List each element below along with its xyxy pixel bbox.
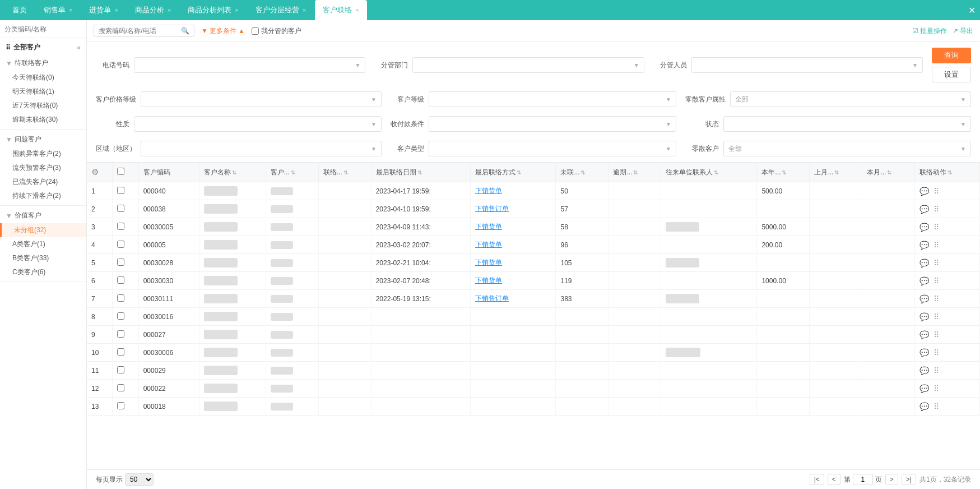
- tab-close-icon-1[interactable]: ×: [69, 7, 72, 13]
- sidebar-sub-item-1-0[interactable]: 囤购异常客户(2): [0, 147, 86, 161]
- last-method-link-2[interactable]: 下销货单: [475, 223, 502, 230]
- query-button[interactable]: 查询: [932, 48, 971, 63]
- last-method-link-0[interactable]: 下销货单: [475, 187, 502, 195]
- tab-close-icon-6[interactable]: ×: [355, 7, 359, 13]
- col-header-8[interactable]: 未联...⇅: [556, 163, 609, 182]
- row-select-10[interactable]: [117, 366, 124, 373]
- last-page-btn[interactable]: >|: [902, 474, 916, 485]
- row-last-method-5[interactable]: 下销货单: [470, 272, 556, 290]
- row-last-method-6[interactable]: 下销售订单: [470, 290, 556, 308]
- tab-close-icon-4[interactable]: ×: [235, 7, 238, 13]
- row-checkbox-0[interactable]: [113, 182, 138, 200]
- grid-action-icon-8[interactable]: ⠿: [933, 330, 939, 339]
- tab-item-4[interactable]: 商品分析列表×: [180, 0, 246, 20]
- grid-action-icon-5[interactable]: ⠿: [933, 276, 939, 285]
- reset-button[interactable]: 设置: [932, 67, 971, 82]
- sidebar-sub-item-0-2[interactable]: 近7天待联络(0): [0, 99, 86, 113]
- row-last-method-2[interactable]: 下销货单: [470, 218, 556, 236]
- row-select-7[interactable]: [117, 312, 124, 320]
- adv-field-input-0-2[interactable]: ▼: [691, 57, 923, 73]
- grid-action-icon-11[interactable]: ⠿: [933, 384, 939, 393]
- comment-icon-2[interactable]: 💬: [919, 223, 929, 232]
- grid-action-icon-6[interactable]: ⠿: [933, 294, 939, 303]
- tab-close-icon-2[interactable]: ×: [114, 7, 118, 13]
- row-checkbox-3[interactable]: [113, 236, 138, 254]
- select-all-checkbox[interactable]: [117, 168, 124, 175]
- next-page-btn[interactable]: >: [885, 474, 898, 485]
- adv-field-input-0-0[interactable]: ▼: [134, 57, 365, 73]
- row-last-method-3[interactable]: 下销货单: [470, 236, 556, 254]
- row-select-3[interactable]: [117, 241, 124, 248]
- row-checkbox-12[interactable]: [113, 398, 138, 416]
- comment-icon-10[interactable]: 💬: [919, 366, 929, 375]
- adv-field-input-3-2[interactable]: 全部▼: [723, 141, 971, 156]
- comment-icon-0[interactable]: 💬: [919, 187, 929, 196]
- adv-field-input-3-1[interactable]: ▼: [429, 141, 676, 156]
- col-header-11[interactable]: 本年...⇅: [757, 163, 810, 182]
- row-actions-4[interactable]: 💬 ⠿: [915, 254, 980, 272]
- tab-item-1[interactable]: 销售单×: [36, 0, 80, 20]
- last-method-link-5[interactable]: 下销货单: [475, 276, 502, 284]
- row-select-0[interactable]: [117, 187, 124, 194]
- tab-item-2[interactable]: 进货单×: [81, 0, 126, 20]
- col-header-12[interactable]: 上月...⇅: [810, 163, 862, 182]
- row-checkbox-9[interactable]: [113, 344, 138, 362]
- row-select-6[interactable]: [117, 294, 124, 302]
- row-actions-5[interactable]: 💬 ⠿: [915, 272, 980, 290]
- first-page-btn[interactable]: |<: [810, 474, 824, 485]
- row-select-5[interactable]: [117, 276, 124, 284]
- sidebar-sub-item-1-1[interactable]: 流失预警客户(3): [0, 161, 86, 175]
- adv-field-input-1-2[interactable]: 全部▼: [730, 91, 971, 107]
- col-header-14[interactable]: 联络动作⇅: [915, 163, 980, 182]
- page-size-select[interactable]: 50 20 100: [125, 473, 154, 486]
- sidebar-sub-item-1-2[interactable]: 已流失客户(24): [0, 175, 86, 189]
- row-select-9[interactable]: [117, 348, 124, 356]
- grid-action-icon-2[interactable]: ⠿: [933, 223, 939, 232]
- sidebar-group-label-1[interactable]: ▼ 问题客户: [0, 132, 86, 147]
- row-actions-3[interactable]: 💬 ⠿: [915, 236, 980, 254]
- tab-item-3[interactable]: 商品分析×: [127, 0, 179, 20]
- row-checkbox-10[interactable]: [113, 362, 138, 380]
- sidebar-collapse-icon[interactable]: «: [77, 44, 81, 52]
- tab-close-icon-5[interactable]: ×: [303, 7, 306, 13]
- row-actions-0[interactable]: 💬 ⠿: [915, 182, 980, 200]
- window-close-icon[interactable]: ✕: [968, 5, 976, 16]
- my-customers-checkbox[interactable]: [252, 27, 259, 35]
- comment-icon-4[interactable]: 💬: [919, 259, 929, 267]
- row-actions-9[interactable]: 💬 ⠿: [915, 344, 980, 362]
- settings-icon[interactable]: ⚙: [91, 167, 99, 177]
- sidebar-sub-item-0-3[interactable]: 逾期未联络(30): [0, 113, 86, 127]
- adv-field-input-3-0[interactable]: ▼: [141, 141, 382, 156]
- grid-action-icon-9[interactable]: ⠿: [933, 348, 939, 357]
- col-header-9[interactable]: 逾期...⇅: [609, 163, 661, 182]
- export-btn[interactable]: ↗ 导出: [953, 26, 973, 36]
- row-actions-2[interactable]: 💬 ⠿: [915, 218, 980, 236]
- tab-item-6[interactable]: 客户联络×: [315, 0, 366, 20]
- adv-field-input-1-0[interactable]: ▼: [141, 91, 382, 107]
- row-actions-12[interactable]: 💬 ⠿: [915, 398, 980, 416]
- filter-search-input[interactable]: [99, 27, 178, 35]
- col-header-2[interactable]: 客户编码: [138, 163, 199, 182]
- comment-icon-5[interactable]: 💬: [919, 276, 929, 285]
- row-actions-11[interactable]: 💬 ⠿: [915, 380, 980, 398]
- last-method-link-3[interactable]: 下销货单: [475, 241, 502, 248]
- all-customers-header[interactable]: ⠿ 全部客户 «: [0, 38, 86, 56]
- sidebar-sub-item-0-1[interactable]: 明天待联络(1): [0, 85, 86, 99]
- col-header-6[interactable]: 最后联络日期⇅: [371, 163, 470, 182]
- row-select-12[interactable]: [117, 402, 124, 409]
- col-header-7[interactable]: 最后联络方式⇅: [470, 163, 556, 182]
- adv-field-input-2-0[interactable]: ▼: [134, 116, 382, 132]
- last-method-link-6[interactable]: 下销售订单: [475, 294, 509, 302]
- row-actions-7[interactable]: 💬 ⠿: [915, 308, 980, 326]
- col-header-5[interactable]: 联络...⇅: [318, 163, 371, 182]
- filter-search-box[interactable]: 🔍: [94, 25, 194, 37]
- batch-operation-btn[interactable]: ☑ 批量操作: [912, 26, 947, 36]
- adv-field-input-0-1[interactable]: ▼: [412, 57, 644, 73]
- adv-field-input-1-1[interactable]: ▼: [429, 91, 676, 107]
- comment-icon-9[interactable]: 💬: [919, 348, 929, 357]
- col-header-13[interactable]: 本月...⇅: [862, 163, 915, 182]
- row-checkbox-11[interactable]: [113, 380, 138, 398]
- sidebar-sub-item-1-3[interactable]: 持续下滑客户(2): [0, 189, 86, 203]
- col-header-3[interactable]: 客户名称⇅: [199, 163, 266, 182]
- grid-action-icon-0[interactable]: ⠿: [933, 187, 939, 196]
